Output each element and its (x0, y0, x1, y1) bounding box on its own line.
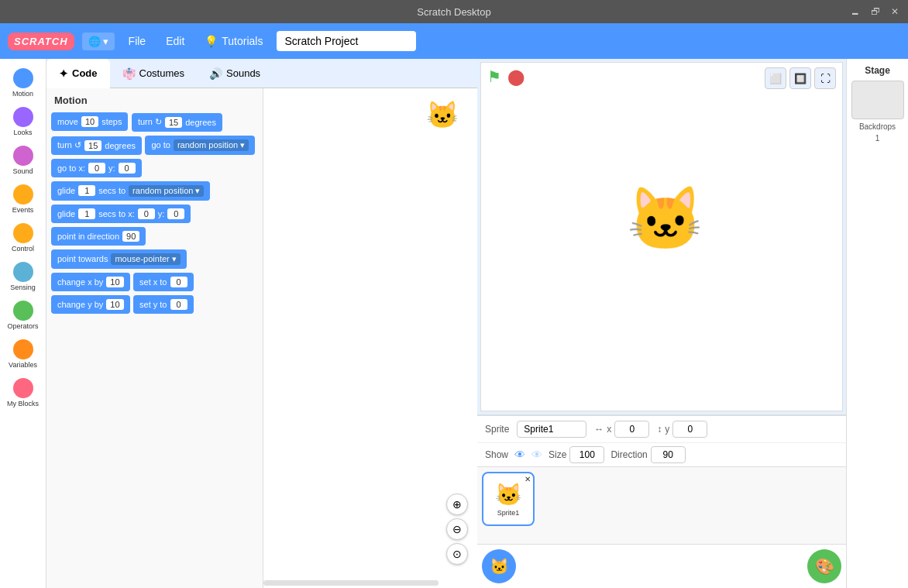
size-group: Size (549, 446, 604, 463)
minimize-button[interactable]: 🗕 (848, 6, 863, 17)
block-set-y[interactable]: set y to 0 (133, 295, 193, 314)
blocks-panel: Motion move 10 steps turn ↻ 15 degrees t… (46, 88, 263, 588)
small-stage-icon: ⬜ (769, 73, 782, 84)
small-stage-button[interactable]: ⬜ (765, 67, 786, 89)
category-variables-label: Variables (9, 361, 37, 369)
eye-visible-button[interactable]: 👁 (514, 449, 525, 461)
category-control[interactable]: Control (2, 220, 44, 256)
category-looks[interactable]: Looks (2, 104, 44, 139)
stage-controls: ⚑ ⬤ (487, 67, 525, 86)
zoom-in-button[interactable]: ⊕ (446, 493, 468, 515)
project-name-input[interactable] (277, 31, 416, 51)
sounds-tab-label: Sounds (226, 67, 260, 79)
costumes-tab-icon: 👘 (122, 67, 136, 80)
zoom-controls: ⊕ ⊖ ⊙ (446, 493, 468, 565)
add-backdrop-icon: 🎨 (815, 557, 834, 576)
zoom-out-icon: ⊖ (452, 523, 462, 535)
category-operators[interactable]: Operators (2, 297, 44, 333)
x-label: x (607, 424, 611, 435)
category-events[interactable]: Events (2, 181, 44, 217)
category-control-label: Control (12, 245, 34, 253)
add-sprite-button[interactable]: 🐱 (482, 549, 516, 583)
sprite-info-area: Sprite ↔ x ↕ y Show (477, 414, 846, 466)
globe-arrow-icon: ▾ (103, 36, 108, 47)
tabs-bar: ✦ Code 👘 Costumes 🔊 Sounds (46, 59, 477, 88)
zoom-reset-icon: ⊙ (452, 548, 462, 560)
block-move[interactable]: move 10 steps (51, 112, 128, 131)
fullscreen-icon: ⛶ (820, 73, 831, 84)
y-input[interactable] (672, 421, 707, 438)
categories-panel: Motion Looks Sound Events Control Sensin… (0, 59, 46, 588)
x-input[interactable] (614, 421, 649, 438)
block-point-dir[interactable]: point in direction 90 (51, 227, 146, 246)
direction-label: Direction (610, 449, 647, 460)
block-point-towards[interactable]: point towards mouse-pointer ▾ (51, 249, 187, 269)
direction-input[interactable] (651, 446, 686, 463)
block-gotoxy[interactable]: go to x: 0 y: 0 (51, 159, 142, 177)
fullscreen-button[interactable]: ⛶ (814, 67, 836, 89)
tutorials-button[interactable]: 💡 Tutorials (198, 32, 269, 50)
costumes-tab-label: Costumes (139, 67, 185, 79)
scroll-bar-h[interactable] (263, 580, 439, 586)
block-set-x[interactable]: set x to 0 (133, 273, 193, 291)
block-change-y[interactable]: change y by 10 (51, 295, 130, 314)
tutorials-label: Tutorials (222, 35, 263, 47)
block-turn-ccw[interactable]: turn ↺ 15 degrees (51, 136, 142, 155)
tab-costumes[interactable]: 👘 Costumes (110, 59, 198, 88)
sprite-card-label: Sprite1 (497, 509, 520, 517)
sprite-name-input[interactable] (517, 421, 586, 438)
category-sensing[interactable]: Sensing (2, 259, 44, 294)
block-turn-cw[interactable]: turn ↻ 15 degrees (132, 113, 222, 132)
category-sensing-label: Sensing (10, 284, 36, 291)
stage-thumbnail[interactable] (851, 81, 904, 119)
category-variables[interactable]: Variables (2, 336, 44, 372)
stop-button[interactable]: ⬤ (507, 67, 525, 86)
zoom-reset-button[interactable]: ⊙ (446, 543, 468, 565)
tab-sounds[interactable]: 🔊 Sounds (197, 59, 273, 88)
zoom-out-button[interactable]: ⊖ (446, 518, 468, 540)
add-backdrop-button[interactable]: 🎨 (807, 549, 841, 583)
direction-group: Direction (610, 446, 685, 463)
big-stage-button[interactable]: 🔲 (789, 67, 811, 89)
sprite-card-sprite1[interactable]: ✕ 🐱 Sprite1 (482, 472, 535, 526)
category-motion-label: Motion (12, 90, 33, 98)
scratch-logo: SCRATCH (8, 33, 74, 50)
block-glide-random[interactable]: glide 1 secs to random position ▾ (51, 181, 210, 201)
green-flag-button[interactable]: ⚑ (487, 67, 501, 86)
block-goto[interactable]: go to random position ▾ (145, 136, 255, 155)
stage-sprites-col: ⚑ ⬤ ⬜ 🔲 ⛶ 🐱 (477, 59, 846, 588)
y-coord-group: ↕ y (657, 421, 707, 438)
add-backdrop-area: 🎨 (807, 549, 841, 583)
tutorials-icon: 💡 (205, 35, 218, 47)
close-button[interactable]: ✕ (888, 6, 902, 17)
code-tab-label: Code (72, 67, 98, 79)
eye-hidden-button[interactable]: 👁 (531, 449, 542, 461)
sprites-list: ✕ 🐱 Sprite1 (477, 466, 846, 544)
right-outer: ⚑ ⬤ ⬜ 🔲 ⛶ 🐱 (477, 59, 908, 588)
size-input[interactable] (569, 446, 604, 463)
category-myblocks-label: My Blocks (7, 400, 39, 407)
x-coord-group: ↔ x (594, 421, 649, 438)
block-glide-xy[interactable]: glide 1 secs to x: 0 y: 0 (51, 205, 191, 223)
backdrops-count: 1 (875, 134, 880, 143)
zoom-in-icon: ⊕ (452, 498, 462, 511)
edit-menu[interactable]: Edit (160, 32, 191, 50)
block-change-x[interactable]: change x by 10 (51, 273, 130, 291)
category-myblocks[interactable]: My Blocks (2, 375, 44, 411)
category-motion[interactable]: Motion (2, 65, 44, 101)
tab-code[interactable]: ✦ Code (46, 59, 110, 88)
x-arrow-icon: ↔ (594, 424, 604, 435)
big-stage-icon: 🔲 (794, 73, 807, 84)
maximize-button[interactable]: 🗗 (868, 6, 883, 17)
category-sound[interactable]: Sound (2, 143, 44, 178)
category-looks-label: Looks (13, 129, 32, 136)
file-menu[interactable]: File (122, 32, 153, 50)
globe-button[interactable]: 🌐 ▾ (82, 33, 115, 50)
stage-panel: Stage Backdrops 1 (846, 59, 908, 588)
titlebar-title: Scratch Desktop (417, 6, 490, 18)
stage-cat: 🐱 (627, 183, 704, 256)
sprite-label: Sprite (485, 424, 509, 435)
titlebar-controls: 🗕 🗗 ✕ (848, 6, 902, 17)
canvas-sprite-thumb: 🐱 (426, 99, 459, 130)
sprite-card-delete-icon[interactable]: ✕ (525, 475, 531, 483)
